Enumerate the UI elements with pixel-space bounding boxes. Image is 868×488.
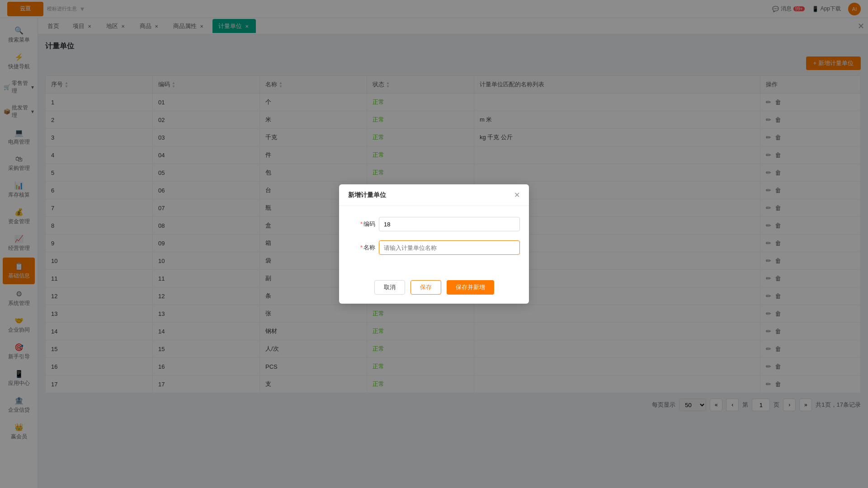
save-new-button[interactable]: 保存并新增 [447,280,494,295]
cancel-button[interactable]: 取消 [374,280,405,295]
code-input[interactable] [379,217,520,231]
required-mark-name: * [360,244,363,251]
form-row-name: *名称 [348,240,520,255]
form-row-code: *编码 [348,217,520,231]
modal-overlay[interactable]: 新增计量单位 ✕ *编码 *名称 取消 保存 保存并新增 [0,0,868,488]
code-label: *编码 [348,220,375,228]
name-label: *名称 [348,244,375,252]
modal-body: *编码 *名称 [339,206,529,275]
modal-add-unit: 新增计量单位 ✕ *编码 *名称 取消 保存 保存并新增 [339,184,529,304]
modal-title: 新增计量单位 [348,191,386,199]
modal-header: 新增计量单位 ✕ [339,184,529,206]
name-input[interactable] [379,240,520,255]
modal-close-btn[interactable]: ✕ [514,191,520,199]
save-button[interactable]: 保存 [410,280,441,295]
required-mark: * [360,221,363,227]
modal-footer: 取消 保存 保存并新增 [339,275,529,304]
